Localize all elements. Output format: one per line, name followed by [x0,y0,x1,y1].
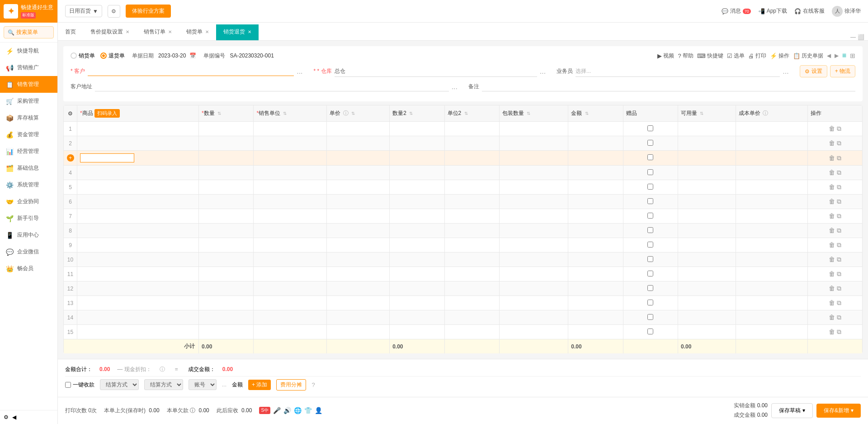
gift-cell-2[interactable] [623,136,678,151]
copy-row-icon-8[interactable]: ⧉ [837,227,841,234]
unit-price-cell-10[interactable] [327,252,390,267]
sales-unit-cell-7[interactable] [254,209,327,224]
industry-dropdown[interactable]: 日用百货 ▼ [65,5,102,17]
product-cell-7[interactable] [77,209,199,224]
product-cell-5[interactable] [77,180,199,195]
package-qty-cell-1[interactable] [499,122,568,136]
print-button[interactable]: 🖨 打印 [748,52,766,60]
avail-sort-icon[interactable]: ⇅ [700,111,703,116]
sales-unit-cell-5[interactable] [254,180,327,195]
list-view-icon[interactable]: ≡ [842,52,846,60]
amount-cell-8[interactable] [568,224,623,238]
unit2-cell-12[interactable] [444,281,499,296]
nav-next-icon[interactable]: ▶ [835,52,839,59]
available-cell-2[interactable] [678,136,736,151]
quantity-cell-12[interactable] [199,281,254,296]
gift-cell-7[interactable] [623,209,678,224]
logistics-button[interactable]: + 物流 [830,65,855,77]
delete-row-icon-10[interactable]: 🗑 [829,256,835,263]
gift-cell-11[interactable] [623,267,678,281]
unit2-cell-2[interactable] [444,136,499,151]
unit-price-cell-7[interactable] [327,209,390,224]
copy-row-icon-5[interactable]: ⧉ [837,183,841,191]
quantity2-cell-2[interactable] [390,136,444,151]
available-cell-12[interactable] [678,281,736,296]
unit2-cell-13[interactable] [444,296,499,310]
delete-row-icon-5[interactable]: 🗑 [829,183,835,191]
sales-unit-cell-4[interactable] [254,166,327,180]
gift-cell-6[interactable] [623,195,678,209]
delete-row-icon-2[interactable]: 🗑 [829,139,835,147]
message-button[interactable]: 💬 消息 70 [722,7,751,15]
cost-price-cell-10[interactable] [736,252,807,267]
copy-row-icon-13[interactable]: ⧉ [837,299,841,307]
cost-price-cell-15[interactable] [736,325,807,339]
package-qty-cell-8[interactable] [499,224,568,238]
warehouse-select-icon[interactable]: ... [540,67,546,76]
quantity2-cell-5[interactable] [390,180,444,195]
unit-price-cell-11[interactable] [327,267,390,281]
gift-checkbox-12[interactable] [647,285,653,291]
quantity-cell-1[interactable] [199,122,254,136]
available-cell-15[interactable] [678,325,736,339]
amount-cell-14[interactable] [568,310,623,325]
radio-return-bill[interactable]: 退货单 [100,52,125,60]
quantity2-cell-3[interactable] [390,151,444,166]
fee-split-button[interactable]: 费用分摊 [276,379,306,391]
col-gear[interactable]: ⚙ [64,105,77,122]
package-qty-cell-14[interactable] [499,310,568,325]
cost-price-cell-11[interactable] [736,267,807,281]
available-cell-5[interactable] [678,180,736,195]
quantity2-cell-7[interactable] [390,209,444,224]
gift-cell-4[interactable] [623,166,678,180]
cost-price-cell-8[interactable] [736,224,807,238]
save-new-button[interactable]: 保存&新增 ▾ [816,404,861,418]
customer-select-icon[interactable]: ... [297,67,302,76]
sidebar-item-sales[interactable]: 📋 销售管理 [0,76,57,93]
discount-info-icon[interactable]: ⓘ [160,366,165,373]
amount-cell-11[interactable] [568,267,623,281]
save-draft-button[interactable]: 保存草稿 ▾ [771,403,813,418]
unit2-cell-15[interactable] [444,325,499,339]
quantity2-cell-10[interactable] [390,252,444,267]
unit-price-info-icon[interactable]: ⓘ [343,110,349,116]
unit-price-cell-14[interactable] [327,310,390,325]
unit2-sort-icon[interactable]: ⇅ [464,111,468,116]
delete-row-icon-1[interactable]: 🗑 [829,125,835,133]
product-cell-4[interactable] [77,166,199,180]
amount-cell-7[interactable] [568,209,623,224]
available-cell-1[interactable] [678,122,736,136]
product-cell-8[interactable] [77,224,199,238]
delete-row-icon-4[interactable]: 🗑 [829,169,835,176]
scan-input-button[interactable]: 扫码录入 [94,109,120,118]
unit-price-cell-13[interactable] [327,296,390,310]
tab-close-sales-bill[interactable]: ✕ [205,29,209,34]
copy-row-icon-10[interactable]: ⧉ [837,256,841,263]
tab-price-setting[interactable]: 售价提取设置 ✕ [83,24,137,40]
quantity-cell-8[interactable] [199,224,254,238]
delete-row-icon-12[interactable]: 🗑 [829,285,835,292]
amount-cell-3[interactable] [568,151,623,166]
quantity-cell-6[interactable] [199,195,254,209]
available-cell-13[interactable] [678,296,736,310]
pkg-sort-icon[interactable]: ⇅ [527,111,530,116]
available-cell-4[interactable] [678,166,736,180]
package-qty-cell-5[interactable] [499,180,568,195]
search-menu-button[interactable]: 🔍 搜索菜单 [4,26,54,38]
quantity-cell-2[interactable] [199,136,254,151]
quantity2-cell-12[interactable] [390,281,444,296]
sidebar-item-newbie[interactable]: 🌱 新手引导 [0,210,57,227]
package-qty-cell-7[interactable] [499,209,568,224]
cost-price-cell-3[interactable] [736,151,807,166]
qty2-sort-icon[interactable]: ⇅ [409,111,413,116]
amount-cell-15[interactable] [568,325,623,339]
amount-cell-2[interactable] [568,136,623,151]
package-qty-cell-4[interactable] [499,166,568,180]
user-profile[interactable]: 人 徐泽华 [832,6,861,17]
unit2-cell-3[interactable] [444,151,499,166]
sidebar-item-wechat[interactable]: 💬 企业微信 [0,243,57,260]
nav-prev-icon[interactable]: ◀ [827,52,831,59]
amount-cell-9[interactable] [568,238,623,252]
sidebar-item-basic[interactable]: 🗂️ 基础信息 [0,160,57,176]
gift-checkbox-8[interactable] [647,227,653,233]
